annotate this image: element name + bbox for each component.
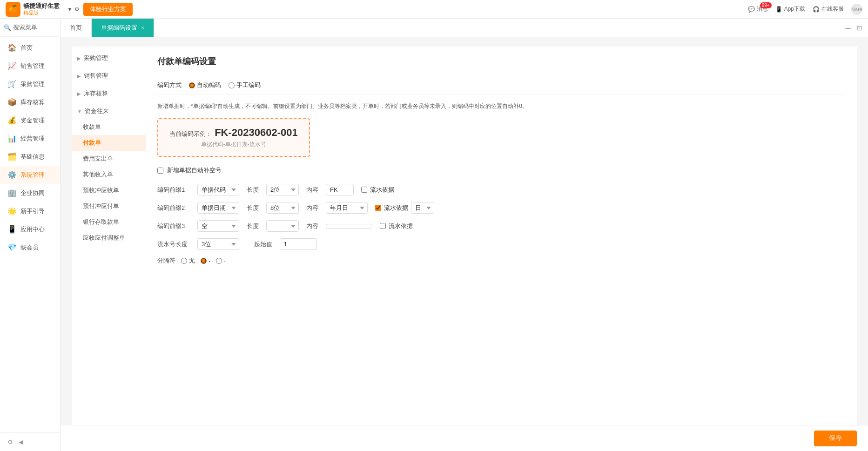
prefix1-label: 编码前缀1	[157, 186, 190, 194]
sub-sidebar-pre-payment[interactable]: 预付冲应付单	[72, 198, 146, 214]
sidebar-item-system[interactable]: ⚙️ 系统管理	[0, 166, 60, 184]
manual-code-input[interactable]	[229, 82, 235, 88]
sub-sidebar-receipt[interactable]: 收款单	[72, 119, 146, 135]
content-layout: ▶ 采购管理 ▶ 销售管理 ▶ 库存核算	[72, 47, 857, 437]
flow3-checkbox[interactable]	[380, 223, 386, 229]
user-avatar[interactable]: Nare	[851, 4, 862, 15]
sub-sidebar-funds[interactable]: ▼ 资金往来	[72, 103, 146, 119]
arrow-right-icon: ▶	[77, 56, 81, 61]
sub-sidebar-payment[interactable]: 付款单	[72, 135, 146, 151]
sidebar-item-basic[interactable]: 🗂️ 基础信息	[0, 148, 60, 166]
tabbar-actions: — ⊡	[843, 22, 868, 34]
len2-select[interactable]: 8位	[266, 202, 299, 214]
member-icon: 💎	[7, 243, 17, 252]
system-icon: ⚙️	[7, 170, 17, 179]
basic-icon: 🗂️	[7, 152, 17, 161]
flow2-checkbox[interactable]	[375, 205, 381, 211]
serial-len-select[interactable]: 3位	[197, 238, 239, 250]
sub-sidebar-other-income[interactable]: 其他收入单	[72, 167, 146, 182]
auto-code-radio[interactable]: 自动编码	[189, 81, 221, 89]
sep-dot-radio[interactable]: -	[201, 257, 210, 264]
topbar-dropdown[interactable]: ▼	[67, 6, 73, 13]
preview-code: 当前编码示例： FK-20230602-001	[169, 127, 298, 139]
sidebar-item-home[interactable]: 🏠 首页	[0, 39, 60, 57]
sidebar-item-stock[interactable]: 📦 库存核算	[0, 93, 60, 111]
tab-home[interactable]: 首页	[61, 19, 92, 37]
separator-row: 分隔符 无 - ·	[157, 256, 846, 265]
info-text: 新增单据时，*单据编码*自动生成，不可编辑。前缀设置为部门、业务员等档案类，开单…	[157, 102, 846, 111]
tab-close-icon[interactable]: ×	[141, 25, 144, 31]
len1-select[interactable]: 2位	[266, 184, 299, 195]
arrow-right-icon2: ▶	[77, 74, 81, 79]
tabbar: 首页 单据编码设置 × — ⊡	[61, 19, 868, 37]
sep-none-input[interactable]	[181, 258, 187, 264]
sidebar-search[interactable]: 🔍 搜索菜单	[0, 19, 60, 37]
sep-none-radio[interactable]: 无	[181, 256, 195, 265]
auto-code-input[interactable]	[189, 82, 195, 88]
service-action[interactable]: 🎧 在线客服	[813, 5, 844, 13]
minimize-icon[interactable]: —	[843, 22, 853, 34]
prefix2-select[interactable]: 单据日期	[197, 202, 239, 214]
save-button[interactable]: 保存	[814, 431, 857, 446]
sidebar-item-appcenter[interactable]: 📱 应用中心	[0, 220, 60, 238]
prefix3-select[interactable]: 空	[197, 220, 239, 232]
start-val-input[interactable]	[280, 238, 317, 250]
home-icon: 🏠	[7, 43, 17, 52]
logo-title: 畅捷通好生意	[23, 2, 60, 10]
sub-sidebar-expense[interactable]: 费用支出单	[72, 151, 146, 167]
start-val-label: 起始值	[254, 240, 272, 249]
tab-doc-code-settings[interactable]: 单据编码设置 ×	[92, 19, 154, 37]
sub-sidebar-pre-receipt[interactable]: 预收冲应收单	[72, 182, 146, 198]
sub-sidebar-group-stock: ▶ 库存核算	[72, 86, 146, 101]
auto-fill-checkbox[interactable]	[157, 168, 163, 174]
len3-label: 长度	[247, 222, 259, 230]
sidebar-item-newguide[interactable]: 🌟 新手引导	[0, 202, 60, 220]
flow2-unit-select[interactable]: 日	[411, 202, 434, 214]
trial-btn[interactable]: 体验行业方案	[83, 3, 133, 16]
sidebar-item-operation[interactable]: 📊 经营管理	[0, 129, 60, 148]
prefix1-select[interactable]: 单据代码	[197, 184, 239, 195]
purchase-icon: 🛒	[7, 80, 17, 88]
sub-sidebar-sales[interactable]: ▶ 销售管理	[72, 68, 146, 84]
sep-dot2-input[interactable]	[216, 258, 222, 264]
app-download-action[interactable]: 📱 App下载	[775, 5, 805, 13]
content2-select[interactable]: 年月日	[326, 202, 368, 214]
sidebar-item-finance[interactable]: 💰 资金管理	[0, 111, 60, 129]
sub-sidebar-stock[interactable]: ▶ 库存核算	[72, 86, 146, 101]
code-preview: 当前编码示例： FK-20230602-001 单据代码-单据日期-流水号	[157, 118, 310, 157]
message-badge: 99+	[760, 2, 772, 8]
manual-code-radio[interactable]: 手工编码	[229, 81, 261, 89]
collapse-icon[interactable]: ◀	[19, 438, 23, 445]
search-icon: 🔍	[4, 24, 11, 31]
sep-dot-input[interactable]	[201, 258, 207, 264]
flow1-label: 流水依据	[370, 186, 394, 194]
arrow-down-icon: ▼	[77, 109, 82, 114]
sidebar-footer: ⚙ ◀	[0, 432, 60, 451]
sidebar-item-purchase[interactable]: 🛒 采购管理	[0, 75, 60, 93]
sub-sidebar-group-purchase: ▶ 采购管理	[72, 50, 146, 66]
message-action[interactable]: 💬 消息 99+	[748, 5, 768, 13]
config-row-3: 编码前缀3 空 长度 内容 流水依据	[157, 220, 846, 232]
coding-method-row: 编码方式 自动编码 手工编码	[157, 76, 846, 94]
sidebar-item-company[interactable]: 🏢 企业协同	[0, 184, 60, 202]
maximize-icon[interactable]: ⊡	[855, 22, 864, 34]
finance-icon: 💰	[7, 116, 17, 125]
settings-footer-icon[interactable]: ⚙	[7, 438, 13, 445]
config-row-1: 编码前缀1 单据代码 长度 2位 内容 FK 流水依据	[157, 184, 846, 195]
flow1-checkbox[interactable]	[361, 187, 367, 193]
len3-select[interactable]	[266, 220, 299, 232]
len1-label: 长度	[247, 186, 259, 194]
sub-sidebar-bank[interactable]: 银行存取款单	[72, 214, 146, 230]
flow2-label: 流水依据	[384, 204, 408, 212]
headset-icon: 🎧	[813, 6, 820, 13]
sep-dot2-radio[interactable]: ·	[216, 257, 226, 264]
flow3-group: 流水依据	[380, 222, 413, 230]
sub-sidebar-adjust[interactable]: 应收应付调整单	[72, 230, 146, 246]
sidebar-item-member[interactable]: 💎 畅会员	[0, 238, 60, 256]
sidebar-item-sales[interactable]: 📈 销售管理	[0, 57, 60, 75]
auto-fill-label: 新增单据自动补空号	[167, 166, 222, 175]
preview-desc: 单据代码-单据日期-流水号	[169, 141, 298, 148]
settings-icon[interactable]: ⚙	[74, 6, 80, 13]
sub-sidebar-purchase[interactable]: ▶ 采购管理	[72, 50, 146, 66]
content3-label: 内容	[306, 222, 318, 230]
